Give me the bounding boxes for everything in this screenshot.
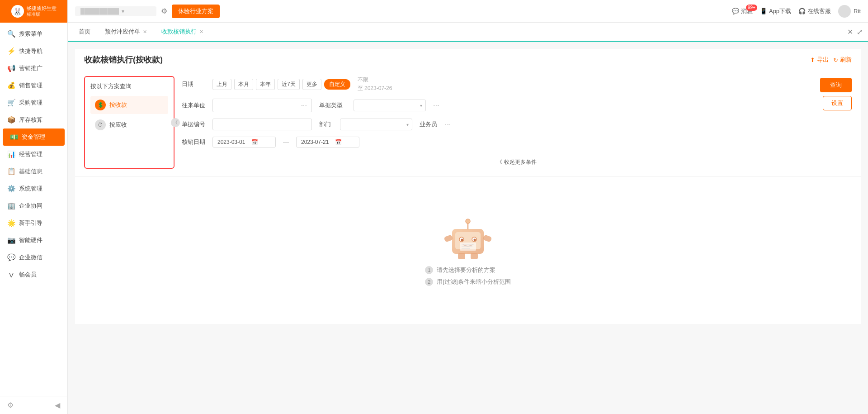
salesman-dots-btn[interactable]: ···: [445, 120, 451, 128]
tab-receipt-label: 收款核销执行: [161, 28, 197, 36]
tab-prepay-offset[interactable]: 预付冲应付单 ✕: [98, 23, 154, 42]
business-icon: 📊: [7, 150, 15, 158]
dept-select[interactable]: [340, 119, 412, 130]
receivable-scheme-icon: ⏱: [95, 119, 106, 130]
collapse-more-label: 收起更多条件: [504, 158, 537, 166]
filter-row-date: 日期 上月 本月 本年 近7天 更多 自定义 不限 至: [182, 76, 806, 92]
svg-rect-7: [482, 234, 492, 242]
sidebar-item-business[interactable]: 📊 经营管理: [0, 146, 67, 163]
message-icon: 💬: [732, 8, 739, 14]
member-label: 畅会员: [19, 271, 37, 279]
last-7days-btn[interactable]: 近7天: [278, 79, 300, 90]
purchase-label: 采购管理: [19, 99, 42, 107]
app-logo: 🐰 畅捷通好生意 标准版: [0, 0, 67, 23]
doc-type-select-wrap: [354, 100, 426, 111]
filter-by-receipt[interactable]: 💲 按收款: [90, 96, 168, 114]
partner-label: 往来单位: [182, 101, 205, 109]
smart-hw-label: 智能硬件: [19, 236, 42, 244]
quick-nav-icon: ⚡: [7, 47, 15, 55]
sidebar-item-wechat[interactable]: 💬 企业微信: [0, 249, 67, 266]
setting-button[interactable]: 设置: [823, 96, 852, 110]
query-button[interactable]: 查询: [820, 78, 852, 92]
filter-action-col: 查询 设置: [811, 78, 852, 110]
sidebar-item-purchase[interactable]: 🛒 采购管理: [0, 94, 67, 111]
export-button[interactable]: ⬆ 导出: [810, 56, 829, 64]
hint-text-1: 请先选择要分析的方案: [437, 264, 495, 276]
collapse-more-btn[interactable]: 《 收起更多条件: [182, 156, 852, 169]
search-menu-icon: 🔍: [7, 30, 15, 38]
header-search-area[interactable]: ██████████ ▾: [75, 6, 156, 16]
calendar-start-icon[interactable]: 📅: [251, 139, 258, 145]
chevron-down-icon: ▾: [122, 8, 124, 14]
verify-date-start-picker[interactable]: 2023-03-01 📅: [212, 137, 276, 148]
empty-hint-1: 1 请先选择要分析的方案: [425, 264, 510, 276]
empty-illustration: [441, 213, 495, 264]
filter-by-receivable[interactable]: ⏱ 按应收: [90, 116, 168, 134]
quick-nav-label: 快捷导航: [19, 47, 42, 55]
partner-dots-btn[interactable]: ···: [301, 101, 307, 109]
doc-type-select[interactable]: [354, 100, 426, 111]
purchase-icon: 🛒: [7, 99, 15, 107]
sidebar-item-marketing[interactable]: 📢 营销推广: [0, 60, 67, 77]
filter-row-docno: 单据编号 部门 业务员 ···: [182, 119, 806, 130]
collapse-up-icon: 《: [497, 158, 502, 166]
sidebar-item-finance[interactable]: 💵 资金管理: [3, 128, 65, 146]
export-icon: ⬆: [810, 57, 815, 63]
tab-receipt-offset[interactable]: 收款核销执行 ✕: [154, 23, 211, 42]
last-month-btn[interactable]: 上月: [212, 79, 231, 90]
collapse-icon[interactable]: ◀: [55, 401, 60, 409]
date-separator: —: [283, 139, 289, 146]
filter-sidebar-collapse-btn[interactable]: 《: [171, 118, 180, 127]
user-menu[interactable]: Rit: [838, 5, 861, 18]
verify-start-value: 2023-03-01: [217, 139, 245, 145]
docno-input[interactable]: [217, 121, 307, 128]
solution-button[interactable]: 休验行业方案: [172, 5, 220, 18]
sidebar-item-system[interactable]: ⚙️ 系统管理: [0, 180, 67, 197]
app-download-button[interactable]: 📱 App下载: [760, 7, 791, 15]
this-year-btn[interactable]: 本年: [256, 79, 275, 90]
partner-input[interactable]: [217, 102, 301, 109]
sidebar-item-corp[interactable]: 🏢 企业协同: [0, 197, 67, 214]
sidebar-item-member[interactable]: V 畅会员: [0, 266, 67, 283]
settings-icon[interactable]: ⚙: [7, 401, 14, 409]
logo-text: 畅捷通好生意: [27, 5, 57, 11]
tab-close-all-icon[interactable]: ✕: [847, 28, 853, 36]
hint-num-1: 1: [425, 266, 433, 274]
date-unlimited: 不限: [358, 76, 392, 84]
department-label: 部门: [319, 120, 333, 128]
empty-hint-2: 2 用[过滤]条件来缩小分析范围: [425, 276, 510, 288]
smart-hw-icon: 📷: [7, 236, 15, 244]
doc-type-dots-btn[interactable]: ···: [433, 101, 439, 109]
more-date-btn[interactable]: 更多: [302, 79, 321, 90]
tab-expand-icon[interactable]: ⤢: [857, 28, 863, 36]
tab-prepay-close[interactable]: ✕: [143, 29, 147, 35]
sidebar-item-inventory[interactable]: 📦 库存核算: [0, 111, 67, 128]
newbie-icon: 🌟: [7, 219, 15, 227]
sidebar-item-sales[interactable]: 💰 销售管理: [0, 77, 67, 94]
filter-scheme-title: 按以下方案查询: [90, 82, 168, 90]
verify-date-end-picker[interactable]: 2023-07-21 📅: [296, 137, 359, 148]
basic-info-label: 基础信息: [19, 167, 42, 176]
date-buttons: 上月 本月 本年 近7天 更多 自定义: [212, 79, 350, 90]
refresh-button[interactable]: ↻ 刷新: [833, 56, 852, 64]
page-title-bar: 收款核销执行(按收款) ⬆ 导出 ↻ 刷新: [75, 49, 861, 69]
messages-button[interactable]: 💬 消息 99+: [732, 7, 753, 15]
gear-icon[interactable]: ⚙: [161, 7, 167, 15]
refresh-icon: ↻: [833, 57, 838, 63]
search-menu-label: 搜索菜单: [19, 30, 42, 38]
custom-date-btn[interactable]: 自定义: [324, 79, 350, 90]
sidebar-item-smart-hw[interactable]: 📷 智能硬件: [0, 232, 67, 249]
tab-receipt-close[interactable]: ✕: [199, 29, 203, 35]
online-service-button[interactable]: 🎧 在线客服: [798, 7, 831, 15]
sidebar-item-quick-nav[interactable]: ⚡ 快捷导航: [0, 43, 67, 60]
calendar-end-icon[interactable]: 📅: [335, 139, 342, 145]
tab-home[interactable]: 首页: [71, 23, 98, 42]
sidebar-item-newbie[interactable]: 🌟 新手引导: [0, 214, 67, 232]
verify-end-value: 2023-07-21: [301, 139, 329, 145]
sidebar-item-basic-info[interactable]: 📋 基础信息: [0, 163, 67, 180]
sidebar-item-search-menu[interactable]: 🔍 搜索菜单: [0, 25, 67, 43]
this-month-btn[interactable]: 本月: [234, 79, 253, 90]
finance-label: 资金管理: [22, 133, 45, 141]
marketing-icon: 📢: [7, 64, 15, 72]
filter-scheme-panel: 按以下方案查询 💲 按收款 ⏱ 按应收 《: [84, 76, 175, 169]
